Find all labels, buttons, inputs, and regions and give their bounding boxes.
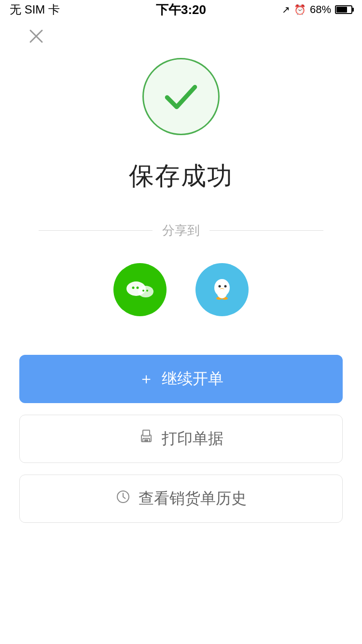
share-label: 分享到: [153, 222, 209, 239]
carrier-text: 无 SIM 卡: [10, 2, 60, 17]
main-content: 保存成功 分享到: [0, 19, 362, 523]
continue-button[interactable]: ＋ 继续开单: [19, 355, 343, 403]
alarm-icon: ⏰: [294, 4, 306, 15]
share-divider: 分享到: [0, 222, 362, 239]
success-icon-circle: [142, 58, 220, 135]
svg-point-8: [146, 290, 148, 292]
status-bar: 无 SIM 卡 下午3:20 ↗ ⏰ 68%: [0, 0, 362, 19]
success-title: 保存成功: [129, 159, 233, 193]
divider-left: [39, 230, 153, 231]
qq-icon: [207, 274, 238, 306]
checkmark-icon: [159, 75, 203, 118]
location-icon: ↗: [282, 4, 290, 15]
print-label: 打印单据: [162, 428, 223, 449]
history-label: 查看销货单历史: [139, 488, 247, 509]
history-icon: [115, 489, 131, 508]
status-time: 下午3:20: [156, 1, 206, 18]
continue-icon: ＋: [139, 368, 154, 390]
battery-percent: 68%: [310, 3, 331, 16]
svg-point-5: [132, 286, 134, 289]
status-left: 无 SIM 卡: [10, 2, 64, 17]
svg-point-12: [218, 285, 221, 287]
divider-right: [209, 230, 323, 231]
continue-label: 继续开单: [162, 368, 223, 390]
status-right: ↗ ⏰ 68%: [282, 3, 352, 16]
close-button[interactable]: [24, 24, 48, 48]
share-icons-row: [113, 263, 249, 316]
action-buttons: ＋ 继续开单 打印单据: [0, 355, 362, 523]
qq-share-button[interactable]: [195, 263, 249, 316]
print-button[interactable]: 打印单据: [19, 415, 343, 463]
svg-point-4: [138, 286, 153, 297]
wechat-icon: [125, 274, 156, 306]
svg-point-7: [142, 290, 144, 292]
svg-point-17: [217, 289, 227, 298]
svg-point-13: [224, 285, 226, 287]
svg-rect-19: [143, 430, 150, 436]
battery-icon: [335, 5, 352, 14]
wechat-share-button[interactable]: [113, 263, 167, 316]
history-button[interactable]: 查看销货单历史: [19, 475, 343, 523]
svg-point-6: [136, 286, 139, 289]
print-icon: [139, 429, 154, 448]
